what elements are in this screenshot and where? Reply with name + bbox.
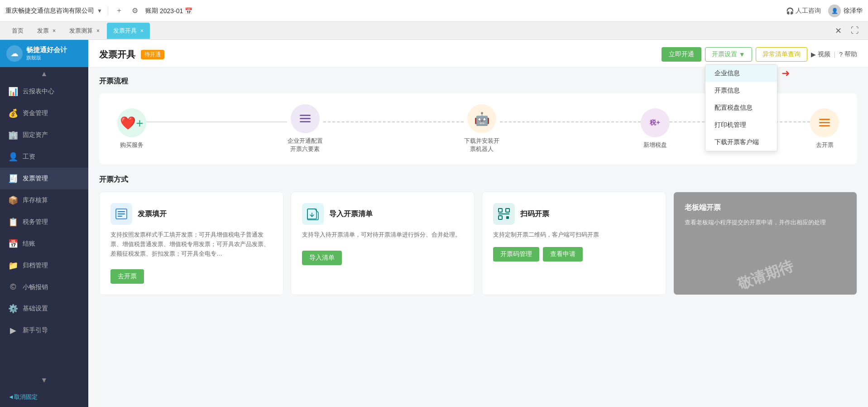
consult-button[interactable]: 🎧 人工咨询 [786, 7, 821, 15]
fapiao-icon: 🧾 [8, 174, 18, 184]
dropdown-item-download-client[interactable]: 下载开票客户端 [705, 134, 777, 151]
scan-apply-button[interactable]: 查看申请 [543, 247, 583, 262]
top-bar-right: 🎧 人工咨询 👤 徐泽华 [786, 5, 863, 17]
shuiwu-icon: 📋 [8, 217, 18, 227]
consult-label: 人工咨询 [796, 7, 821, 15]
watermark: 敬请期待 [676, 235, 854, 296]
settings-button[interactable]: 开票设置 ▼ [705, 47, 752, 62]
svg-rect-4 [819, 122, 830, 123]
user-name: 徐泽华 [844, 7, 863, 15]
step3-icon: 🤖 [467, 104, 496, 133]
page-title: 发票开具 [99, 48, 135, 61]
sidebar-item-cancel-fixed[interactable]: ◄取消固定 [0, 387, 88, 407]
xiaochang-icon: © [8, 282, 18, 292]
sidebar-item-xinshouyindao[interactable]: ▶ 新手引导 [0, 320, 88, 341]
chevron-down-icon: ▼ [97, 8, 102, 14]
tab-invoice-close[interactable]: × [53, 28, 56, 34]
svg-rect-15 [506, 216, 509, 219]
dropdown-item-company[interactable]: 企业信息 [705, 65, 777, 82]
method-card-scan-header: 扫码开票 [493, 203, 655, 225]
jichushezhi-icon: ⚙️ [8, 304, 18, 314]
calendar-icon[interactable]: 📅 [185, 7, 192, 15]
kucun-icon: 📦 [8, 195, 18, 205]
maximize-button[interactable]: ⛶ [847, 24, 863, 38]
tab-home[interactable]: 首页 [5, 23, 30, 39]
user-info[interactable]: 👤 徐泽华 [828, 5, 863, 17]
sidebar-item-shuiwu[interactable]: 📋 税务管理 [0, 211, 88, 233]
xinshou-icon: ▶ [8, 325, 18, 335]
video-button[interactable]: ▶ 视频 [811, 50, 830, 58]
tab-invoice-calc[interactable]: 发票测算 × [63, 23, 106, 39]
sidebar-item-label: 资金管理 [23, 109, 48, 117]
period-info: 账期 2023-01 📅 [145, 7, 192, 15]
sidebar-item-yunbaobiao[interactable]: 📊 云报表中心 [0, 81, 88, 102]
step5-label: 去开票 [816, 141, 834, 149]
divider-small: | [834, 51, 836, 58]
import-desc: 支持导入待开票清单，可对待开票清单进行拆分、合并处理。 [302, 230, 464, 240]
tab-invoice[interactable]: 发票 × [31, 23, 62, 39]
help-button[interactable]: ? 帮助 [839, 50, 857, 58]
sidebar-item-kucun[interactable]: 📦 库存核算 [0, 189, 88, 211]
tab-invoice-open[interactable]: 发票开具 × [107, 23, 150, 39]
company-name: 重庆畅捷交通信息咨询有限公司 [5, 7, 94, 15]
step1-label: 购买服务 [120, 141, 144, 149]
main-content: 发票开具 待开通 立即开通 开票设置 ▼ 企业信息 [88, 40, 868, 407]
svg-rect-5 [819, 125, 830, 126]
dropdown-arrow-icon: ▼ [739, 51, 745, 58]
import-button[interactable]: 导入清单 [302, 251, 342, 265]
sidebar-scroll-down[interactable]: ▼ [0, 373, 88, 387]
svg-rect-0 [300, 115, 311, 116]
video-label: 视频 [818, 50, 830, 58]
sidebar-item-gudingzichan[interactable]: 🏢 固定资产 [0, 124, 88, 146]
boss-desc: 查看老板端小程序提交的开票申请，并作出相应的处理 [685, 218, 846, 228]
sidebar: ☁ 畅捷通好会计 旗舰版 ▲ 📊 云报表中心 💰 资金管理 🏢 固定资产 👤 工… [0, 40, 88, 407]
step1-icon: ❤️+ [117, 108, 146, 137]
methods-grid: 发票填开 支持按照发票样式手工填开发票；可开具增值税电子普通发票、增值税普通发票… [99, 192, 857, 295]
fill-goto-button[interactable]: 去开票 [110, 269, 144, 284]
sidebar-item-jiezhang[interactable]: 📅 结账 [0, 233, 88, 255]
page-actions: 立即开通 开票设置 ▼ 企业信息 ➜ [662, 47, 857, 62]
activate-button[interactable]: 立即开通 [662, 47, 701, 62]
tab-invoice-calc-close[interactable]: × [96, 28, 100, 34]
step5-icon [810, 108, 839, 137]
sidebar-item-guidang[interactable]: 📁 归档管理 [0, 255, 88, 276]
help-icon: ? [839, 51, 843, 58]
sidebar-item-jichushezhi[interactable]: ⚙️ 基础设置 [0, 298, 88, 320]
divider [108, 6, 108, 15]
svg-rect-3 [819, 119, 830, 120]
settings-icon[interactable]: ⚙ [130, 5, 140, 17]
tabs-bar: 首页 发票 × 发票测算 × 发票开具 × ✕ ⛶ [0, 22, 868, 40]
jiezhang-icon: 📅 [8, 239, 18, 249]
company-selector[interactable]: 重庆畅捷交通信息咨询有限公司 ▼ [5, 7, 102, 15]
svg-rect-8 [118, 213, 125, 214]
settings-dropdown-wrapper: 开票设置 ▼ 企业信息 ➜ 开票信息 [705, 47, 752, 62]
svg-rect-9 [118, 216, 122, 217]
headset-icon: 🎧 [786, 7, 794, 15]
fill-title: 发票填开 [138, 209, 167, 219]
connector-1 [146, 121, 287, 122]
add-icon[interactable]: ＋ [114, 4, 125, 17]
sidebar-item-fapiao[interactable]: 🧾 发票管理 [0, 168, 88, 189]
dropdown-item-printer[interactable]: 打印机管理 [705, 116, 777, 134]
sidebar-item-label: 基础设置 [23, 305, 48, 313]
sidebar-item-zijin[interactable]: 💰 资金管理 [0, 102, 88, 124]
scan-desc: 支持定制开票二维码，客户端可扫码开票 [493, 230, 655, 240]
dropdown-item-tax-config[interactable]: 配置税盘信息 [705, 99, 777, 116]
sidebar-item-xiaochang[interactable]: © 小畅报销 [0, 276, 88, 298]
sidebar-logo[interactable]: ☁ 畅捷通好会计 旗舰版 [0, 40, 88, 67]
sidebar-item-label: 发票管理 [23, 174, 48, 183]
scan-manage-button[interactable]: 开票码管理 [493, 247, 539, 262]
close-button[interactable]: ✕ [831, 24, 845, 38]
svg-rect-7 [118, 211, 125, 212]
fill-icon [110, 203, 132, 225]
methods-title: 开票方式 [99, 175, 857, 184]
sidebar-item-gongzi[interactable]: 👤 工资 [0, 146, 88, 168]
dropdown-item-invoice-info[interactable]: 开票信息 [705, 82, 777, 99]
tab-home-label: 首页 [12, 27, 24, 35]
method-card-import-header: 导入开票清单 [302, 203, 464, 225]
sidebar-scroll-up[interactable]: ▲ [0, 67, 88, 81]
tab-invoice-open-close[interactable]: × [140, 28, 144, 34]
sidebar-item-label: 库存核算 [23, 196, 48, 204]
abnormal-button[interactable]: 异常清单查询 [756, 47, 807, 62]
sidebar-item-label: 税务管理 [23, 218, 48, 226]
